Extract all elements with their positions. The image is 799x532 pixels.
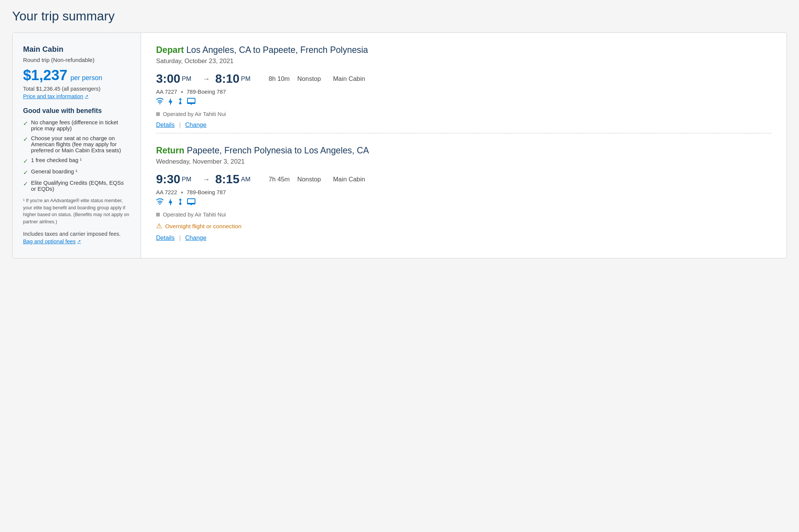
price-tax-link[interactable]: Price and tax information ↗ [23, 93, 130, 99]
return-cabin-label: Main Cabin [333, 176, 365, 183]
return-details-link[interactable]: Details [156, 235, 175, 241]
action-separator: | [179, 235, 181, 241]
usb-icon [177, 198, 183, 208]
power-icon [167, 198, 173, 208]
action-separator: | [179, 122, 181, 128]
amenity-icons [156, 98, 771, 107]
check-icon: ✓ [23, 136, 28, 143]
pricing-panel: Main Cabin Round trip (Non-refundable) $… [12, 33, 141, 258]
return-flight-number: AA 7222 [156, 189, 177, 195]
aircraft-type: 789-Boeing 787 [187, 89, 226, 95]
return-nonstop-label: Nonstop [297, 176, 321, 183]
trip-summary-card: Main Cabin Round trip (Non-refundable) $… [12, 32, 787, 258]
op-square-icon [156, 213, 160, 217]
screen-icon [187, 198, 195, 208]
depart-label: Depart [156, 45, 184, 55]
depart-date: Saturday, October 23, 2021 [156, 57, 771, 65]
power-icon [167, 98, 173, 107]
separator [181, 91, 183, 93]
operated-row: Operated by Air Tahiti Nui [156, 111, 771, 117]
return-amenity-icons [156, 198, 771, 208]
benefit-item: ✓ General boarding ¹ [23, 169, 130, 176]
depart-heading: Depart Los Angeles, CA to Papeete, Frenc… [156, 45, 771, 55]
depart-flight-info: AA 7227 789-Boeing 787 [156, 89, 771, 95]
usb-icon [177, 98, 183, 107]
benefit-item: ✓ No change fees (difference in ticket p… [23, 119, 130, 131]
cabin-title: Main Cabin [23, 45, 130, 54]
price-total: Total $1,236.45 (all passengers) [23, 86, 130, 92]
wifi-icon [156, 98, 164, 107]
benefits-title: Good value with benefits [23, 107, 130, 115]
check-icon: ✓ [23, 120, 28, 127]
arrive-time: 8:10 [215, 72, 239, 86]
benefit-item: ✓ Elite Qualifying Credits (EQMs, EQSs o… [23, 180, 130, 192]
return-depart-time: 9:30 [156, 172, 180, 186]
bag-fees-link[interactable]: Bag and optional fees ↗ [23, 238, 130, 244]
return-heading: Return Papeete, French Polynesia to Los … [156, 145, 771, 156]
return-route-text: Papeete, French Polynesia to Los Angeles… [187, 145, 369, 155]
operated-by: Operated by Air Tahiti Nui [163, 111, 226, 117]
flight-number: AA 7227 [156, 89, 177, 95]
screen-icon [187, 98, 195, 107]
arrow-icon: → [203, 175, 210, 184]
price-amount: $1,237 [23, 67, 67, 84]
return-operated-by: Operated by Air Tahiti Nui [163, 212, 226, 218]
return-actions: Details | Change [156, 235, 771, 241]
return-change-link[interactable]: Change [185, 235, 206, 241]
footnote: ¹ If you're an AAdvantage® elite status … [23, 197, 130, 226]
arrow-icon: → [203, 75, 210, 83]
depart-ampm: PM [182, 75, 191, 83]
arrive-ampm: PM [241, 75, 250, 83]
nonstop-label: Nonstop [297, 75, 321, 83]
depart-details-link[interactable]: Details [156, 122, 175, 128]
flights-panel: Depart Los Angeles, CA to Papeete, Frenc… [141, 33, 787, 258]
depart-time: 3:00 [156, 72, 180, 86]
return-aircraft-type: 789-Boeing 787 [187, 189, 226, 195]
price-per-person: per person [70, 74, 102, 82]
return-date: Wednesday, November 3, 2021 [156, 158, 771, 165]
includes-text: Includes taxes and carrier imposed fees. [23, 231, 130, 237]
external-link-icon: ↗ [85, 94, 88, 99]
depart-change-link[interactable]: Change [185, 122, 206, 128]
return-arrive-ampm: AM [241, 176, 250, 183]
page-title: Your trip summary [12, 9, 787, 23]
trip-type: Round trip (Non-refundable) [23, 57, 130, 63]
price-row: $1,237 per person [23, 67, 130, 84]
depart-route-text: Los Angeles, CA to Papeete, French Polyn… [186, 45, 368, 55]
return-operated-row: Operated by Air Tahiti Nui [156, 212, 771, 218]
benefit-item: ✓ Choose your seat at no charge on Ameri… [23, 135, 130, 153]
return-times-row: 9:30 PM → 8:15 AM 7h 45m Nonstop Main Ca… [156, 172, 771, 186]
op-square-icon [156, 112, 160, 116]
return-flight-section: Return Papeete, French Polynesia to Los … [156, 133, 771, 241]
return-label: Return [156, 145, 184, 155]
benefit-item: ✓ 1 free checked bag ¹ [23, 157, 130, 165]
return-flight-info: AA 7222 789-Boeing 787 [156, 189, 771, 195]
duration: 8h 10m [269, 75, 290, 83]
depart-flight-section: Depart Los Angeles, CA to Papeete, Frenc… [156, 45, 771, 128]
overnight-warning-row: ⚠ Overnight flight or connection [156, 222, 771, 230]
depart-actions: Details | Change [156, 122, 771, 128]
check-icon: ✓ [23, 180, 28, 187]
depart-times-row: 3:00 PM → 8:10 PM 8h 10m Nonstop Main Ca… [156, 72, 771, 86]
external-link-icon: ↗ [77, 239, 81, 244]
separator [181, 192, 183, 193]
wifi-icon [156, 198, 164, 208]
return-duration: 7h 45m [269, 176, 290, 183]
warning-icon: ⚠ [156, 222, 162, 230]
check-icon: ✓ [23, 158, 28, 165]
return-arrive-time: 8:15 [215, 172, 239, 186]
cabin-label: Main Cabin [333, 75, 365, 83]
overnight-warning-text: Overnight flight or connection [165, 223, 242, 230]
check-icon: ✓ [23, 169, 28, 176]
return-depart-ampm: PM [182, 176, 191, 183]
